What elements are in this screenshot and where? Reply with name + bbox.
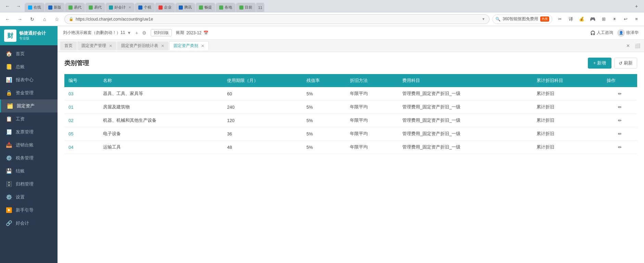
sidebar-item-ledger[interactable]: 📒总账	[0, 60, 58, 73]
more-icon: 🔗	[5, 220, 12, 226]
calendar-icon[interactable]: 📅	[203, 31, 209, 35]
add-btn[interactable]: + 新增	[588, 58, 611, 69]
sidebar-item-reports[interactable]: 📊报表中心	[0, 73, 58, 86]
service-btn[interactable]: 🎧 人工咨询	[590, 30, 613, 36]
sidebar-item-inventory[interactable]: 📥进销台账	[0, 139, 58, 152]
table-cell[interactable]: 05	[64, 127, 99, 141]
browser-back-btn[interactable]: ←	[3, 1, 12, 11]
table-cell[interactable]: 02	[64, 114, 99, 127]
table-cell: 120	[223, 114, 302, 127]
browser-tab-t11[interactable]: 目前	[236, 3, 256, 12]
table-row: 05电子设备365%年限平均管理费用_固定资产折旧_一级累计折旧✏	[64, 127, 637, 141]
page-area: 类别管理 + 新增 ↺ 刷新 编号名称使用期限（月）残值率折旧方法费用科目累计折…	[58, 52, 644, 263]
back-btn[interactable]: ←	[3, 14, 12, 24]
content-tab-label-home-tab: 首页	[64, 43, 73, 49]
table-cell: 5%	[302, 114, 346, 127]
tab-count-badge[interactable]: 11	[256, 3, 264, 12]
switch-version-btn[interactable]: 切到旧版	[151, 29, 172, 36]
user-company: 刘小艳演示账套（勿删勿动！）11	[63, 30, 125, 36]
browser-forward-btn[interactable]: →	[14, 1, 23, 11]
browser-tab-t6[interactable]: 个税	[135, 3, 155, 12]
content-tab-home-tab[interactable]: 首页	[60, 41, 77, 50]
sidebar-item-tax[interactable]: ⚙️税务管理	[0, 152, 58, 165]
hot-badge: 热搜	[540, 16, 549, 22]
sidebar-item-invoices[interactable]: 🧾发票管理	[0, 125, 58, 139]
inventory-icon: 📥	[5, 142, 12, 148]
content-tab-fa-depr-tab[interactable]: 固定资产折旧统计表 ✕	[117, 41, 168, 50]
browser-tab-t5[interactable]: 好会计✕	[105, 3, 135, 12]
sidebar-item-fixed-assets[interactable]: 🗂️固定资产	[0, 99, 58, 112]
sidebar-item-funds[interactable]: 🔒资金管理	[0, 86, 58, 99]
undo-icon[interactable]: ↩	[621, 14, 630, 24]
close-panel-btn[interactable]: ✕	[624, 42, 632, 50]
sidebar-item-guide[interactable]: ▶️新手引导	[0, 204, 58, 217]
content-tab-close-fa-mgmt-tab[interactable]: ✕	[109, 44, 112, 48]
sidebar-item-archive[interactable]: 🗄️归档管理	[0, 178, 58, 191]
new-tab-btn[interactable]: +	[632, 1, 641, 11]
reload-btn[interactable]: ↻	[27, 14, 37, 24]
app-header: 刘小艳演示账套（勿删勿动！）11 ▼ + ⚙ 切到旧版 账期 2023-12 📅…	[58, 26, 644, 40]
content-tab-close-fa-cat-tab[interactable]: ✕	[201, 44, 204, 48]
maximize-panel-btn[interactable]: ⬜	[634, 42, 641, 50]
browser-tab-t4[interactable]: 易代	[85, 3, 105, 12]
sidebar-menu: 🏠首页📒总账📊报表中心🔒资金管理🗂️固定资产📋工资🧾发票管理📥进销台账⚙️税务管…	[0, 45, 58, 263]
headset-icon: 🎧	[590, 31, 595, 35]
edit-cell[interactable]: ✏	[603, 141, 637, 154]
dropdown-icon[interactable]: ▼	[127, 31, 131, 35]
browser-tabs: 在线新版易代易代好会计✕个税企业腾讯畅提各地目前11	[25, 0, 630, 12]
edit-cell[interactable]: ✏	[603, 87, 637, 100]
sidebar-item-home[interactable]: 🏠首页	[0, 47, 58, 60]
fixed-assets-icon: 🗂️	[7, 103, 13, 109]
game-icon[interactable]: 🎮	[588, 14, 597, 24]
content-tab-fa-cat-tab[interactable]: 固定资产类别 ✕	[169, 41, 209, 50]
bookmark-btn[interactable]: ☆	[52, 14, 62, 24]
menu-icon[interactable]: ≡	[632, 14, 641, 24]
sidebar-item-settings[interactable]: ⚙️设置	[0, 191, 58, 204]
table-cell[interactable]: 03	[64, 87, 99, 100]
table-cell[interactable]: 04	[64, 141, 99, 154]
forward-btn[interactable]: →	[15, 14, 25, 24]
home-btn[interactable]: ⌂	[40, 14, 49, 24]
page-title: 类别管理	[64, 59, 89, 67]
sidebar-item-closing[interactable]: 💾结账	[0, 165, 58, 178]
user-info[interactable]: 👤 徐泽华	[617, 29, 639, 37]
edit-cell[interactable]: ✏	[603, 127, 637, 141]
sidebar-item-label-inventory: 进销台账	[16, 142, 34, 148]
guide-icon: ▶️	[5, 207, 12, 213]
app-container: 财 畅捷通好会计 专业版 🏠首页📒总账📊报表中心🔒资金管理🗂️固定资产📋工资🧾发…	[0, 26, 644, 263]
content-tab-close-fa-depr-tab[interactable]: ✕	[161, 44, 164, 48]
table-cell: 5%	[302, 141, 346, 154]
content-tab-fa-mgmt-tab[interactable]: 固定资产管理 ✕	[77, 41, 116, 50]
period-label: 账期	[176, 30, 184, 36]
edit-cell[interactable]: ✏	[603, 114, 637, 127]
address-bar[interactable]: 🔒 https://cloud.chanjet.com/accounting/u…	[64, 14, 490, 24]
table-cell: 管理费用_固定资产折旧_一级	[398, 100, 532, 114]
table-cell: 机器、机械和其他生产设备	[99, 114, 223, 127]
sidebar-item-label-tax: 税务管理	[16, 155, 34, 161]
browser-tab-t1[interactable]: 在线	[25, 3, 45, 12]
right-panel: 刘小艳演示账套（勿删勿动！）11 ▼ + ⚙ 切到旧版 账期 2023-12 📅…	[58, 26, 644, 263]
sidebar-item-payroll[interactable]: 📋工资	[0, 112, 58, 125]
tab-close-t5[interactable]: ✕	[128, 5, 131, 9]
grid-icon[interactable]: ⊞	[599, 14, 608, 24]
scissors-icon[interactable]: ✂	[555, 14, 565, 24]
sidebar-logo: 财 畅捷通好会计 专业版	[0, 26, 58, 45]
refresh-icon: ↺	[619, 61, 622, 66]
refresh-btn[interactable]: ↺ 刷新	[614, 58, 637, 69]
edit-cell[interactable]: ✏	[603, 100, 637, 114]
sun-icon[interactable]: ☀	[610, 14, 619, 24]
settings-icon[interactable]: ⚙	[142, 30, 147, 36]
add-account-btn[interactable]: +	[135, 30, 138, 36]
browser-tab-t7[interactable]: 企业	[155, 3, 175, 12]
wallet-icon[interactable]: 💰	[577, 14, 586, 24]
browser-tab-t8[interactable]: 腾讯	[175, 3, 195, 12]
browser-tab-t2[interactable]: 新版	[45, 3, 65, 12]
search-bar[interactable]: 🔍 360智能抠图免费用 热搜	[492, 14, 552, 24]
browser-tab-t3[interactable]: 易代	[65, 3, 85, 12]
translate-icon[interactable]: 译	[566, 14, 576, 24]
sidebar-item-more[interactable]: 🔗好会计	[0, 217, 58, 230]
table-cell[interactable]: 01	[64, 100, 99, 114]
tax-icon: ⚙️	[5, 155, 12, 161]
browser-tab-t9[interactable]: 畅提	[195, 3, 215, 12]
browser-tab-t10[interactable]: 各地	[216, 3, 236, 12]
